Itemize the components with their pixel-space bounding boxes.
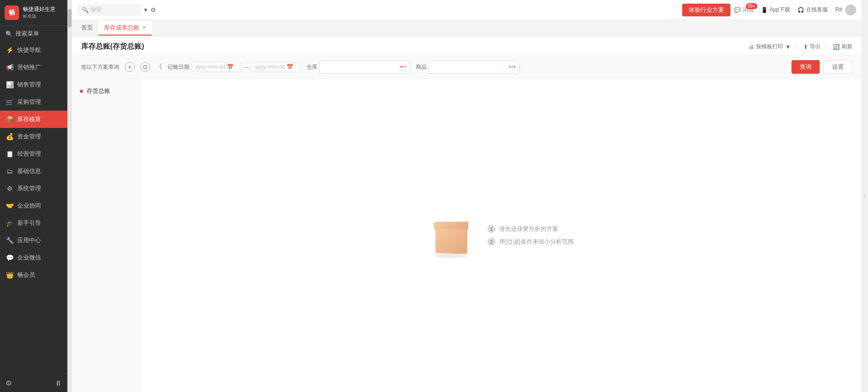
sidebar-item-appstore[interactable]: 🔧 应用中心: [0, 232, 67, 249]
print-btn[interactable]: 🖨 按模板打印 ▼: [749, 43, 791, 51]
logo-icon: 畅: [5, 5, 19, 20]
topbar-search[interactable]: 🔍 搜索: [77, 4, 141, 15]
funds-icon: 💰: [5, 133, 14, 140]
tab-close-icon[interactable]: ✕: [142, 25, 146, 31]
basic-icon: 🗂: [5, 168, 14, 175]
export-icon: ⬆: [803, 44, 808, 50]
settings-button[interactable]: ⚙: [5, 379, 12, 387]
filter-right: 查询 设置: [791, 60, 853, 74]
filter-date-label: 记账日期: [168, 63, 189, 71]
tab-inventory-ledger[interactable]: 库存成本总账 ✕: [98, 21, 152, 36]
sidebar-item-label: 企业协同: [17, 202, 41, 210]
settings-button[interactable]: 设置: [823, 60, 853, 74]
sidebar-item-label: 库存核算: [17, 115, 41, 123]
empty-illustration: [428, 213, 474, 258]
sidebar-item-sales[interactable]: 📊 销售管理: [0, 76, 67, 93]
phone-icon: 📱: [761, 7, 768, 13]
date-end-placeholder: yyyy-mm-dd: [255, 64, 285, 70]
service-label: 在线客服: [806, 6, 828, 14]
toggle-icon: ›: [864, 193, 865, 199]
goods-more-icon[interactable]: ···: [509, 62, 516, 72]
sidebar-item-label: 畅会员: [17, 271, 35, 279]
sidebar-item-system[interactable]: ⚙ 系统管理: [0, 180, 67, 197]
sidebar-item-label: 采购管理: [17, 98, 41, 106]
filter-date-group: 记账日期 yyyy-mm-dd 📅 — yyyy-mm-dd 📅: [168, 62, 301, 72]
sidebar-item-inventory[interactable]: 📦 库存核算: [0, 111, 67, 128]
audio-button[interactable]: ⏸: [55, 379, 62, 387]
sidebar-item-shortcut[interactable]: ⚡ 快捷导航: [0, 41, 67, 59]
sidebar-item-purchase[interactable]: 🛒 采购管理: [0, 93, 67, 111]
shortcut-icon: ⚡: [5, 46, 14, 54]
filter-goods-group: 商品 ···: [416, 61, 520, 74]
sidebar-item-basic[interactable]: 🗂 基础信息: [0, 163, 67, 180]
warehouse-input[interactable]: ···: [319, 61, 410, 74]
scheme-icon: ●: [79, 87, 84, 95]
topbar-gear-icon[interactable]: ⚙: [150, 6, 156, 14]
sidebar-item-label: 新手引导: [17, 219, 41, 227]
print-dropdown-icon[interactable]: ▼: [785, 44, 791, 50]
sidebar-item-label: 销售管理: [17, 81, 41, 89]
marketing-icon: 📢: [5, 64, 14, 71]
date-separator: —: [243, 64, 249, 71]
sales-icon: 📊: [5, 81, 14, 88]
goods-input[interactable]: ···: [429, 61, 520, 74]
service-btn[interactable]: 🎧 在线客服: [797, 6, 828, 14]
content-area: 库存总账(存货总账) 🖨 按模板打印 ▼ | ⬆ 导出 | 🔄 刷新: [72, 36, 862, 392]
filter-add-btn[interactable]: +: [125, 62, 135, 72]
sidebar-logo: 畅 畅捷通好生意 标准版: [0, 0, 67, 26]
scheme-item-label: 存货总账: [87, 87, 110, 95]
query-button[interactable]: 查询: [791, 60, 820, 74]
msg-icon: 💬: [734, 7, 741, 13]
sidebar-item-newbie[interactable]: 🎓 新手引导: [0, 214, 67, 232]
filter-warehouse-group: 仓库 ···: [306, 61, 410, 74]
wechat-icon: 💬: [5, 254, 14, 261]
user-menu[interactable]: Rit: [835, 5, 856, 15]
hint-text-1: 请先选择要分析的方案: [499, 225, 558, 233]
export-btn[interactable]: ⬆ 导出: [803, 43, 821, 51]
warehouse-more-icon[interactable]: ···: [399, 62, 406, 72]
page-header: 库存总账(存货总账) 🖨 按模板打印 ▼ | ⬆ 导出 | 🔄 刷新: [72, 36, 862, 56]
sidebar-item-enterprise[interactable]: 🤝 企业协同: [0, 197, 67, 214]
filter-date-end[interactable]: yyyy-mm-dd 📅: [251, 62, 301, 72]
filter-date-start[interactable]: yyyy-mm-dd 📅: [191, 62, 241, 72]
scheme-item-inventory-total[interactable]: ● 存货总账: [72, 83, 140, 99]
sidebar-item-wechat[interactable]: 💬 企业微信: [0, 249, 67, 266]
sidebar-item-label: 企业微信: [17, 254, 41, 262]
sidebar-item-label: 快捷导航: [17, 46, 41, 54]
hint-text-2: 用[过滤]条件来缩小分析范围: [499, 238, 573, 246]
sidebar-search[interactable]: 🔍 搜索菜单: [0, 26, 67, 41]
sidebar-item-operations[interactable]: 📋 经营管理: [0, 145, 67, 163]
page-actions: 🖨 按模板打印 ▼ | ⬆ 导出 | 🔄 刷新: [749, 43, 853, 51]
empty-state: 1 请先选择要分析的方案 2 用[过滤]条件来缩小分析范围: [410, 194, 592, 276]
sidebar-item-label: 基础信息: [17, 167, 41, 175]
industry-btn[interactable]: 体验行业方案: [682, 4, 730, 16]
filter-collapse-btn[interactable]: 《: [156, 63, 162, 71]
topbar-breadcrumb: 🔍 搜索 ▼ ⚙: [77, 4, 679, 15]
scheme-panel: ● 存货总账: [72, 79, 140, 392]
user-name: Rit: [835, 6, 842, 13]
sidebar: 畅 畅捷通好生意 标准版 🔍 搜索菜单 ⚡ 快捷导航 📢 营销推广 📊 销售管理…: [0, 0, 67, 392]
calendar-end-icon[interactable]: 📅: [286, 64, 293, 70]
box-shadow: [435, 254, 467, 258]
sidebar-item-member[interactable]: 👑 畅会员: [0, 266, 67, 284]
purchase-icon: 🛒: [5, 98, 14, 106]
print-icon: 🖨: [749, 44, 754, 50]
sidebar-item-marketing[interactable]: 📢 营销推广: [0, 59, 67, 76]
refresh-btn[interactable]: 🔄 刷新: [833, 43, 853, 51]
search-icon: 🔍: [82, 7, 89, 13]
calendar-start-icon[interactable]: 📅: [227, 64, 234, 70]
right-panel-toggle[interactable]: ›: [862, 0, 868, 392]
sidebar-item-funds[interactable]: 💰 资金管理: [0, 128, 67, 145]
search-icon: 🔍: [5, 31, 13, 37]
sidebar-scrollbar[interactable]: [67, 0, 72, 392]
filter-reset-btn[interactable]: ⊙: [140, 62, 150, 72]
date-start-placeholder: yyyy-mm-dd: [195, 64, 225, 70]
hint-num-2: 2: [487, 238, 495, 246]
app-download-btn[interactable]: 📱 App下载: [761, 6, 790, 14]
member-icon: 👑: [5, 271, 14, 279]
tab-home[interactable]: 首页: [76, 21, 98, 36]
topbar-dropdown[interactable]: ▼: [143, 7, 148, 13]
operations-icon: 📋: [5, 150, 14, 158]
appstore-icon: 🔧: [5, 237, 14, 244]
msg-btn[interactable]: 💬 消息 99+: [734, 6, 754, 14]
